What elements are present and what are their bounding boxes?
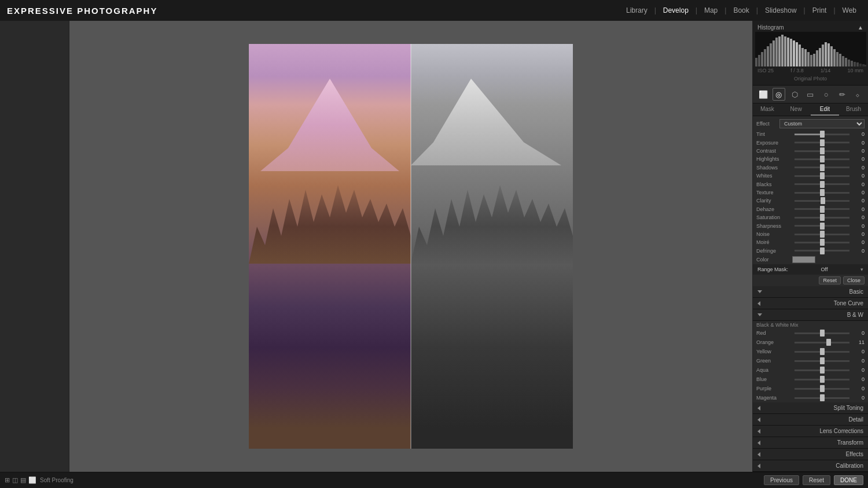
brush-tool-icon[interactable]: ✏ (836, 88, 848, 101)
svg-rect-15 (799, 45, 801, 66)
svg-rect-24 (825, 42, 827, 66)
tab-new[interactable]: New (782, 103, 811, 116)
shadows-label: Shadows (756, 165, 792, 171)
saturation-label: Saturation (756, 215, 792, 220)
color-swatch[interactable] (792, 256, 815, 263)
crop-tool-icon[interactable]: ⬜ (757, 88, 770, 101)
radial-filter-icon[interactable]: ○ (820, 88, 833, 101)
grad-filter-icon[interactable]: ▭ (804, 88, 816, 101)
nav-develop[interactable]: Develop (659, 4, 693, 17)
defringe-track[interactable] (795, 250, 849, 252)
texture-slider-row: Texture 0 (753, 188, 868, 197)
range-mask-icon[interactable]: ⬦ (851, 88, 864, 101)
section-header-calibration[interactable]: Calibration (753, 460, 868, 472)
shadows-slider-row: Shadows 0 (753, 164, 868, 172)
bw-red-track[interactable] (795, 332, 849, 334)
nav-sep-2: | (696, 6, 697, 14)
dehaze-track[interactable] (795, 208, 849, 210)
bw-purple-track[interactable] (795, 388, 849, 390)
reset-button[interactable]: Reset (819, 276, 841, 284)
svg-rect-9 (781, 35, 784, 66)
contrast-track[interactable] (795, 150, 849, 152)
section-header-tone-curve[interactable]: Tone Curve (753, 298, 868, 309)
svg-rect-34 (854, 62, 856, 66)
bw-orange-value: 11 (852, 339, 865, 345)
texture-track[interactable] (795, 192, 849, 194)
noise-track[interactable] (795, 234, 849, 235)
nav-web[interactable]: Web (838, 4, 861, 17)
bw-section-content: Black & White Mix Red 0 Orange 11 Yellow… (753, 321, 868, 402)
section-header-effects[interactable]: Effects (753, 449, 868, 460)
previous-button[interactable]: Previous (764, 475, 799, 485)
histogram-title: Histogram (757, 24, 784, 31)
clarity-track[interactable] (795, 200, 849, 202)
highlights-track[interactable] (795, 158, 849, 160)
photo-left-half (249, 44, 411, 449)
shadows-track[interactable] (795, 167, 849, 168)
redeye-tool-icon[interactable]: ⬡ (788, 88, 801, 101)
saturation-track[interactable] (795, 217, 849, 219)
exposure-track[interactable] (795, 142, 849, 143)
zoom-icon[interactable]: ⬜ (28, 476, 36, 484)
defringe-value: 0 (852, 248, 865, 254)
tint-track[interactable] (795, 134, 849, 135)
nav-map[interactable]: Map (700, 4, 722, 17)
done-button[interactable]: DONE (834, 475, 863, 485)
svg-rect-13 (793, 40, 795, 66)
shadows-value: 0 (852, 165, 865, 171)
bw-green-track[interactable] (795, 360, 849, 362)
close-button[interactable]: Close (843, 276, 865, 284)
saturation-slider-row: Saturation 0 (753, 213, 868, 221)
bw-blue-value: 0 (852, 376, 865, 382)
tab-brush[interactable]: Brush (839, 103, 868, 116)
section-header-transform[interactable]: Transform (753, 437, 868, 449)
section-header-lens-corrections[interactable]: Lens Corrections (753, 426, 868, 437)
tab-mask[interactable]: Mask (753, 103, 782, 116)
moire-track[interactable] (795, 242, 849, 243)
nav-book[interactable]: Book (729, 4, 753, 17)
bw-purple-label: Purple (756, 386, 792, 391)
section-header-split-toning[interactable]: Split Toning (753, 402, 868, 414)
bw-magenta-track[interactable] (795, 397, 849, 399)
sharpness-slider-row: Sharpness 0 (753, 221, 868, 230)
section-header-detail[interactable]: Detail (753, 414, 868, 426)
nav-slideshow[interactable]: Slideshow (760, 4, 801, 17)
color-swatch-row: Color (753, 255, 868, 264)
tab-edit[interactable]: Edit (811, 103, 840, 116)
nav-menu: Library | Develop | Map | Book | Slidesh… (621, 4, 861, 17)
basic-collapse-icon (757, 290, 762, 293)
reset-photo-button[interactable]: Reset (803, 475, 830, 485)
bw-yellow-track[interactable] (795, 351, 849, 353)
svg-rect-4 (767, 46, 769, 66)
status-bar: ⊞ ◫ ▤ ⬜ Soft Proofing Previous Reset DON… (0, 472, 868, 488)
bw-green-label: Green (756, 358, 792, 364)
whites-track[interactable] (795, 175, 849, 177)
filmstrip-icon[interactable]: ▤ (20, 476, 26, 484)
bw-blue-track[interactable] (795, 379, 849, 380)
nav-print[interactable]: Print (808, 4, 832, 17)
section-header-basic[interactable]: Basic (753, 286, 868, 298)
histogram-expand-btn[interactable]: ▲ (858, 24, 863, 31)
sharpness-track[interactable] (795, 225, 849, 227)
effect-dropdown[interactable]: Custom Gradient Radial (779, 119, 865, 128)
transform-collapse-icon (757, 441, 760, 445)
trees-left-overlay (249, 171, 411, 264)
bw-orange-track[interactable] (795, 342, 849, 343)
blacks-track[interactable] (795, 183, 849, 185)
svg-rect-12 (790, 39, 792, 66)
contrast-label: Contrast (756, 148, 792, 154)
svg-rect-14 (796, 42, 798, 66)
svg-rect-29 (839, 54, 841, 66)
compare-icon[interactable]: ◫ (12, 476, 18, 484)
calibration-section-label: Calibration (764, 463, 863, 469)
range-mask-value[interactable]: Off (821, 267, 828, 272)
texture-value: 0 (852, 190, 865, 195)
nav-library[interactable]: Library (621, 4, 652, 17)
grid-icon[interactable]: ⊞ (5, 476, 10, 484)
svg-rect-27 (833, 49, 836, 66)
heal-tool-icon[interactable]: ◎ (773, 88, 785, 101)
range-mask-dropdown-icon[interactable]: ▾ (860, 267, 863, 272)
bw-aqua-track[interactable] (795, 369, 849, 371)
section-header-bw[interactable]: B & W (753, 309, 868, 321)
bw-red-label: Red (756, 330, 792, 336)
